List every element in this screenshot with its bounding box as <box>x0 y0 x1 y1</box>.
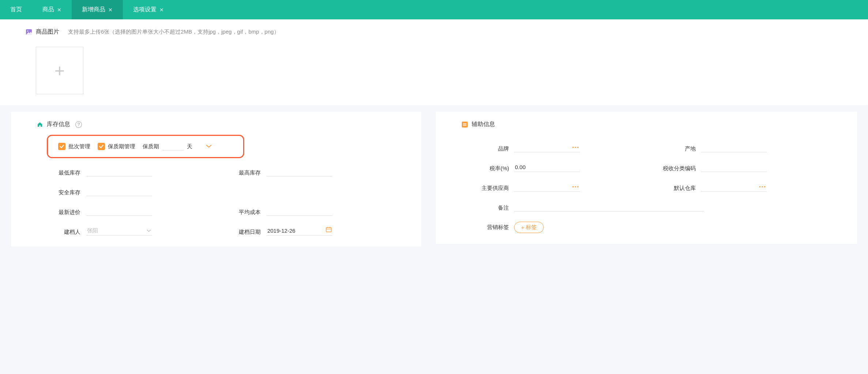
tab-label: 首页 <box>10 6 22 14</box>
close-icon[interactable]: ✕ <box>159 7 164 13</box>
remark-row: 备注 <box>472 202 831 211</box>
house-icon <box>37 121 43 128</box>
latest-purchase-input[interactable] <box>86 206 152 216</box>
max-stock-row: 最高库存 <box>237 167 396 176</box>
tab-label: 商品 <box>42 6 54 14</box>
shelf-life-mgmt-label: 保质期管理 <box>108 143 135 150</box>
safe-stock-label: 安全库存 <box>57 189 80 196</box>
remark-label: 备注 <box>472 205 509 211</box>
brand-label: 品牌 <box>472 145 509 152</box>
shelf-life-mgmt-checkbox[interactable] <box>98 143 105 150</box>
batch-mgmt-group: 批次管理 <box>58 143 90 150</box>
avg-cost-label: 平均成本 <box>237 209 261 216</box>
close-icon[interactable]: ✕ <box>108 7 113 13</box>
origin-input[interactable] <box>701 143 767 152</box>
panel-title: 库存信息 <box>47 121 70 128</box>
list-icon <box>461 121 468 128</box>
panel-hint: 支持最多上传6张（选择的图片单张大小不超过2MB，支持jpg，jpeg，gif，… <box>68 28 279 35</box>
tax-rate-input[interactable] <box>514 163 580 172</box>
tab-home[interactable]: 首页 <box>0 0 32 19</box>
safe-stock-input[interactable] <box>86 187 152 196</box>
tab-add-product[interactable]: 新增商品 ✕ <box>72 0 123 19</box>
batch-mgmt-checkbox[interactable] <box>58 143 65 150</box>
min-stock-row: 最低库存 <box>57 167 215 176</box>
tab-label: 新增商品 <box>82 6 105 14</box>
shelf-life-mgmt-group: 保质期管理 <box>98 143 135 150</box>
image-icon <box>26 29 32 35</box>
tax-code-label: 税收分类编码 <box>659 165 696 172</box>
default-warehouse-label: 默认仓库 <box>659 185 696 192</box>
batch-mgmt-label: 批次管理 <box>68 143 90 150</box>
tax-rate-row: 税率(%) <box>472 163 645 172</box>
plus-icon: + <box>521 224 524 230</box>
creator-row: 建档人 <box>57 226 215 236</box>
tax-code-input[interactable] <box>701 163 767 172</box>
shelf-life-unit: 天 <box>187 143 192 150</box>
create-date-label: 建档日期 <box>237 229 261 236</box>
main-supplier-row: 主要供应商 ··· <box>472 182 645 192</box>
creator-label: 建档人 <box>57 229 80 236</box>
min-stock-input[interactable] <box>86 167 152 176</box>
plus-icon: + <box>54 61 65 81</box>
brand-row: 品牌 ··· <box>472 143 645 152</box>
main-supplier-input[interactable] <box>514 182 580 192</box>
shelf-life-input[interactable] <box>162 142 184 150</box>
add-tag-button[interactable]: + 标签 <box>514 222 544 233</box>
aux-info-panel: 辅助信息 品牌 ··· 产地 税率(%) <box>436 112 857 244</box>
tab-products[interactable]: 商品 ✕ <box>32 0 72 19</box>
origin-label: 产地 <box>659 145 696 152</box>
more-icon[interactable]: ··· <box>759 183 766 190</box>
tax-rate-label: 税率(%) <box>472 165 509 172</box>
svg-point-1 <box>27 30 29 31</box>
panel-title: 商品图片 <box>36 28 59 36</box>
safe-stock-row: 安全库存 <box>57 187 215 196</box>
tab-label: 选项设置 <box>133 6 156 14</box>
chevron-down-icon[interactable] <box>205 144 212 149</box>
calendar-icon[interactable] <box>326 226 332 233</box>
min-stock-label: 最低库存 <box>57 169 80 176</box>
max-stock-label: 最高库存 <box>237 169 261 176</box>
marketing-tags-label: 营销标签 <box>472 224 509 231</box>
main-supplier-label: 主要供应商 <box>472 185 509 192</box>
remark-input[interactable] <box>514 202 704 211</box>
image-upload-button[interactable]: + <box>36 47 83 94</box>
avg-cost-input[interactable] <box>267 206 332 216</box>
latest-purchase-label: 最新进价 <box>57 209 80 216</box>
close-icon[interactable]: ✕ <box>57 7 61 13</box>
more-icon[interactable]: ··· <box>572 183 580 190</box>
tab-option-settings[interactable]: 选项设置 ✕ <box>123 0 174 19</box>
origin-row: 产地 <box>659 143 831 152</box>
max-stock-input[interactable] <box>267 167 332 176</box>
image-upload-panel: 商品图片 支持最多上传6张（选择的图片单张大小不超过2MB，支持jpg，jpeg… <box>0 19 868 105</box>
help-icon[interactable]: ? <box>75 121 82 128</box>
latest-purchase-row: 最新进价 <box>57 206 215 216</box>
creator-select[interactable] <box>86 226 152 236</box>
svg-rect-2 <box>326 228 331 232</box>
inventory-panel: 库存信息 ? 批次管理 保质期管理 保质期 <box>11 112 421 247</box>
chevron-down-icon[interactable] <box>146 228 151 233</box>
tag-button-label: 标签 <box>526 224 537 231</box>
batch-shelf-highlight: 批次管理 保质期管理 保质期 天 <box>47 135 244 158</box>
tax-code-row: 税收分类编码 <box>659 163 831 172</box>
create-date-input[interactable] <box>267 226 332 236</box>
avg-cost-row: 平均成本 <box>237 206 396 216</box>
marketing-tags-row: 营销标签 + 标签 <box>472 222 831 233</box>
more-icon[interactable]: ··· <box>572 144 580 151</box>
default-warehouse-row: 默认仓库 ··· <box>659 182 831 192</box>
default-warehouse-input[interactable] <box>701 182 767 192</box>
tab-bar: 首页 商品 ✕ 新增商品 ✕ 选项设置 ✕ <box>0 0 868 19</box>
panel-title: 辅助信息 <box>472 121 495 128</box>
create-date-row: 建档日期 <box>237 226 396 236</box>
shelf-life-label: 保质期 <box>143 143 159 150</box>
brand-input[interactable] <box>514 143 580 152</box>
